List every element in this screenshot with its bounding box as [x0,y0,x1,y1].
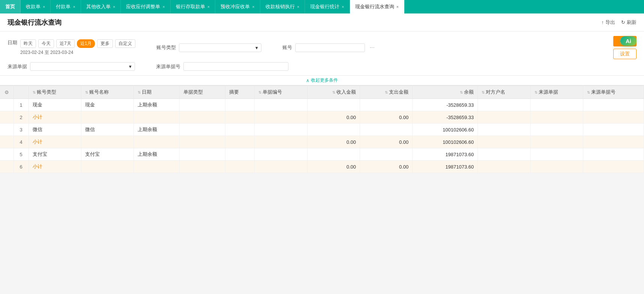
source-doc-no-label: 来源单据号 [156,63,180,70]
balance-cell: -3528659.33 [413,99,478,111]
account-filter: 账号 ··· [282,43,376,52]
expense-cell: 0.00 [360,161,413,173]
nav-cash-bank-stat-close[interactable]: × [342,4,344,9]
more-dots-icon[interactable]: ··· [368,44,376,51]
settings-button[interactable]: 设置 [613,49,636,59]
source-doc-no-input[interactable] [183,62,288,71]
date-cell: 上期余额 [134,99,180,111]
index-cell: 1 [14,99,29,111]
source-doc-no-cell [583,148,644,161]
column-account-name[interactable]: ⇅账号名称 [81,86,134,99]
filter-row-1: 日期 昨天 今天 近7天 近1月 更多 自定义 2023-02-24 至 202… [8,36,636,59]
balance-cell: 100102606.60 [413,136,478,148]
account-name-cell [81,161,134,173]
nav-pre-collect[interactable]: 预收冲应收单 × [215,0,260,13]
nav-cash-bank-stat[interactable]: 现金银行统计 × [305,0,350,13]
column-gear[interactable]: ⚙ [0,86,14,99]
nav-payment-label: 付款单 [56,3,71,10]
account-name-cell: 支付宝 [81,148,134,161]
account-name-cell [81,136,134,148]
nav-bank-deposit-label: 银行存取款单 [176,3,205,10]
source-doc-select[interactable]: ▾ [30,62,135,71]
export-button[interactable]: ↑ 导出 [602,19,615,26]
source-doc-cell [530,161,583,173]
table-row: 3 微信 微信 上期余额 100102606.60 [0,124,644,136]
index-cell: 3 [14,124,29,136]
source-doc-no-cell [583,124,644,136]
nav-collect-verify[interactable]: 收款核销执行 × [260,0,305,13]
date-btn-today[interactable]: 今天 [38,39,54,48]
source-doc-chevron-icon: ▾ [129,64,132,69]
nav-other-income[interactable]: 其他收入单 × [81,0,121,13]
table-header-row: ⚙ ⇅账号类型 ⇅账号名称 ⇅日期 单据类型 摘要 ⇅单据编号 ⇅收入金额 ⇅支… [0,86,644,99]
source-doc-cell [530,124,583,136]
nav-home[interactable]: 首页 [0,0,21,13]
account-type-cell: 现金 [29,99,81,111]
account-label: 账号 [282,44,292,51]
summary-cell [225,111,255,124]
column-date[interactable]: ⇅日期 [134,86,180,99]
date-btn-1month[interactable]: 近1月 [77,39,95,48]
date-btn-7days[interactable]: 近7天 [56,39,75,48]
index-cell: 5 [14,148,29,161]
date-btn-custom[interactable]: 自定义 [115,39,135,48]
column-index [14,86,29,99]
nav-collect-verify-close[interactable]: × [297,4,299,9]
source-doc-cell [530,111,583,124]
date-btn-yesterday[interactable]: 昨天 [20,39,36,48]
doc-no-cell [255,111,307,124]
summary-cell [225,99,255,111]
column-income[interactable]: ⇅收入金额 [307,86,360,99]
nav-receipt-close[interactable]: × [43,4,45,9]
nav-other-income-close[interactable]: × [113,4,115,9]
gear-cell[interactable] [0,99,14,111]
date-label: 日期 [8,39,17,46]
nav-ar-ap-close[interactable]: × [162,4,165,9]
account-type-cell: 小计 [29,111,81,124]
gear-cell[interactable] [0,136,14,148]
gear-cell[interactable] [0,111,14,124]
nav-payment[interactable]: 付款单 × [51,0,81,13]
counterpart-cell [478,99,530,111]
column-account-type[interactable]: ⇅账号类型 [29,86,81,99]
gear-cell[interactable] [0,124,14,136]
ai-assistant-button[interactable]: Ai [620,36,636,46]
doc-no-cell [255,99,307,111]
doc-no-cell [255,124,307,136]
nav-bank-deposit[interactable]: 银行存取款单 × [171,0,215,13]
collapse-label: 收起更多条件 [311,77,338,84]
account-name-cell: 微信 [81,124,134,136]
nav-receipt[interactable]: 收款单 × [21,0,51,13]
refresh-label: 刷新 [627,19,636,26]
column-expense[interactable]: ⇅支出金额 [360,86,413,99]
date-btn-more[interactable]: 更多 [97,39,113,48]
nav-cash-bank-flow-close[interactable]: × [396,4,399,9]
account-type-select[interactable]: ▾ [179,43,261,52]
nav-payment-close[interactable]: × [73,4,75,9]
income-cell [307,124,360,136]
column-doc-no[interactable]: ⇅单据编号 [255,86,307,99]
column-counterpart[interactable]: ⇅对方户名 [478,86,530,99]
nav-bank-deposit-close[interactable]: × [207,4,210,9]
gear-cell[interactable] [0,161,14,173]
income-cell: 0.00 [307,111,360,124]
column-balance[interactable]: ⇅余额 [413,86,478,99]
counterpart-cell [478,124,530,136]
source-doc-filter: 来源单据 ▾ [8,62,135,71]
nav-cash-bank-flow[interactable]: 现金银行流水查询 × [350,0,404,13]
column-source-doc[interactable]: ⇅来源单据 [530,86,583,99]
table-body: 1 现金 现金 上期余额 -3528659.33 2 小计 0.00 0.00 … [0,99,644,173]
nav-collect-verify-label: 收款核销执行 [266,3,295,10]
account-input[interactable] [295,43,365,52]
column-source-doc-no[interactable]: ⇅来源单据号 [583,86,644,99]
collapse-bar[interactable]: ∧ 收起更多条件 [0,76,644,85]
date-cell [134,136,180,148]
account-name-cell [81,111,134,124]
nav-ar-ap[interactable]: 应收应付调整单 × [121,0,170,13]
gear-cell[interactable] [0,148,14,161]
doc-type-cell [180,124,225,136]
refresh-button[interactable]: ↻ 刷新 [621,19,636,26]
nav-pre-collect-close[interactable]: × [252,4,254,9]
counterpart-cell [478,111,530,124]
nav-other-income-label: 其他收入单 [86,3,111,10]
